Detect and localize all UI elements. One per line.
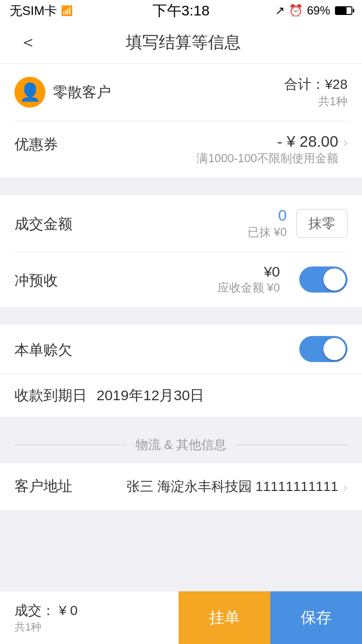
logistics-title: 物流 & 其他信息 bbox=[136, 436, 226, 453]
date-label: 收款到期日 bbox=[14, 386, 87, 406]
avatar: 👤 bbox=[14, 77, 45, 108]
bottom-bar: 成交： ¥ 0 共1种 挂单 保存 bbox=[0, 591, 362, 644]
alarm-icon: ⏰ bbox=[289, 4, 303, 17]
status-time: 下午3:18 bbox=[153, 1, 209, 21]
address-chevron-icon: › bbox=[343, 480, 348, 495]
section-gap-2 bbox=[0, 307, 362, 317]
total-label: 合计：¥28 bbox=[284, 75, 348, 94]
deal-amount-sub: 已抹 ¥0 bbox=[248, 224, 287, 240]
section-gap-1 bbox=[0, 185, 362, 195]
battery-icon bbox=[335, 6, 352, 15]
address-section: 客户地址 张三 海淀永丰科技园 11111111111 › bbox=[0, 463, 362, 510]
prereceive-value: ¥0 bbox=[218, 264, 280, 280]
status-bar: 无SIM卡 📶 下午3:18 ↗ ⏰ 69% bbox=[0, 0, 362, 21]
location-icon: ↗ bbox=[275, 4, 285, 17]
customer-card: 👤 零散客户 合计：¥28 共1种 优惠券 - ¥ 28.00 满1000-10… bbox=[0, 64, 362, 178]
logistics-line-right bbox=[236, 445, 348, 445]
nav-bar: ＜ 填写结算等信息 bbox=[0, 21, 362, 64]
main-content: 👤 零散客户 合计：¥28 共1种 优惠券 - ¥ 28.00 满1000-10… bbox=[0, 64, 362, 575]
prereceive-info: ¥0 应收金额 ¥0 bbox=[218, 264, 280, 295]
logistics-divider bbox=[0, 417, 362, 427]
debt-date-row: 收款到期日 2019年12月30日 bbox=[0, 374, 362, 417]
address-value: 张三 海淀永丰科技园 11111111111 bbox=[72, 477, 338, 496]
debt-toggle-thumb bbox=[323, 338, 346, 360]
debt-toggle-track[interactable] bbox=[299, 336, 348, 362]
logistics-line-left bbox=[14, 445, 126, 445]
avatar-icon: 👤 bbox=[19, 82, 41, 102]
customer-right: 合计：¥28 共1种 bbox=[284, 75, 348, 109]
save-button[interactable]: 保存 bbox=[270, 591, 362, 644]
toggle-thumb bbox=[323, 268, 346, 291]
coupon-row[interactable]: 优惠券 - ¥ 28.00 满1000-100不限制使用金额 › bbox=[0, 121, 362, 178]
deal-amount-row: 成交金额 0 已抹 ¥0 抹零 bbox=[0, 195, 362, 252]
customer-name: 零散客户 bbox=[53, 83, 111, 102]
debt-row: 本单赊欠 bbox=[0, 324, 362, 374]
coupon-amount: - ¥ 28.00 满1000-100不限制使用金额 bbox=[196, 133, 338, 166]
logistics-header: 物流 & 其他信息 bbox=[0, 427, 362, 463]
amount-section: 成交金额 0 已抹 ¥0 抹零 冲预收 ¥0 应收金额 ¥0 bbox=[0, 195, 362, 307]
coupon-desc: 满1000-100不限制使用金额 bbox=[196, 151, 338, 166]
hold-button[interactable]: 挂单 bbox=[179, 591, 270, 644]
deal-amount-right: 0 已抹 ¥0 抹零 bbox=[248, 207, 348, 240]
page-title: 填写结算等信息 bbox=[42, 31, 325, 54]
bottom-deal-value: ¥ 0 bbox=[59, 603, 78, 618]
debt-section: 本单赊欠 收款到期日 2019年12月30日 bbox=[0, 324, 362, 417]
coupon-label: 优惠券 bbox=[14, 133, 72, 154]
debt-toggle[interactable] bbox=[299, 336, 348, 362]
date-value[interactable]: 2019年12月30日 bbox=[97, 386, 204, 406]
battery-percent: 69% bbox=[307, 4, 330, 17]
prereceive-toggle[interactable] bbox=[299, 266, 348, 293]
prereceive-sub: 应收金额 ¥0 bbox=[218, 280, 280, 295]
status-right: ↗ ⏰ 69% bbox=[275, 4, 352, 17]
prereceive-label: 冲预收 bbox=[14, 269, 72, 291]
total-count: 共1种 bbox=[284, 94, 348, 109]
bottom-count: 共1种 bbox=[14, 620, 164, 634]
status-left: 无SIM卡 📶 bbox=[10, 2, 73, 19]
round-off-button[interactable]: 抹零 bbox=[296, 209, 348, 238]
deal-amount-label: 成交金额 bbox=[14, 212, 72, 234]
debt-label: 本单赊欠 bbox=[14, 338, 72, 360]
back-button[interactable]: ＜ bbox=[14, 26, 42, 59]
amount-info: 0 已抹 ¥0 bbox=[248, 207, 287, 240]
deal-amount-value[interactable]: 0 bbox=[278, 207, 287, 224]
toggle-track[interactable] bbox=[299, 266, 348, 293]
coupon-value: - ¥ 28.00 bbox=[196, 133, 338, 151]
customer-left: 👤 零散客户 bbox=[14, 77, 111, 108]
sim-text: 无SIM卡 bbox=[10, 2, 57, 19]
address-label: 客户地址 bbox=[14, 476, 72, 496]
address-row[interactable]: 客户地址 张三 海淀永丰科技园 11111111111 › bbox=[0, 463, 362, 510]
bottom-deal-row: 成交： ¥ 0 bbox=[14, 602, 164, 620]
bottom-info: 成交： ¥ 0 共1种 bbox=[0, 591, 179, 644]
coupon-right: - ¥ 28.00 满1000-100不限制使用金额 › bbox=[72, 133, 348, 166]
chevron-right-icon: › bbox=[343, 135, 348, 150]
prereceive-row: 冲预收 ¥0 应收金额 ¥0 bbox=[0, 252, 362, 307]
bottom-deal-label: 成交： bbox=[14, 602, 55, 620]
customer-row: 👤 零散客户 合计：¥28 共1种 bbox=[0, 64, 362, 121]
wifi-icon: 📶 bbox=[61, 5, 73, 16]
